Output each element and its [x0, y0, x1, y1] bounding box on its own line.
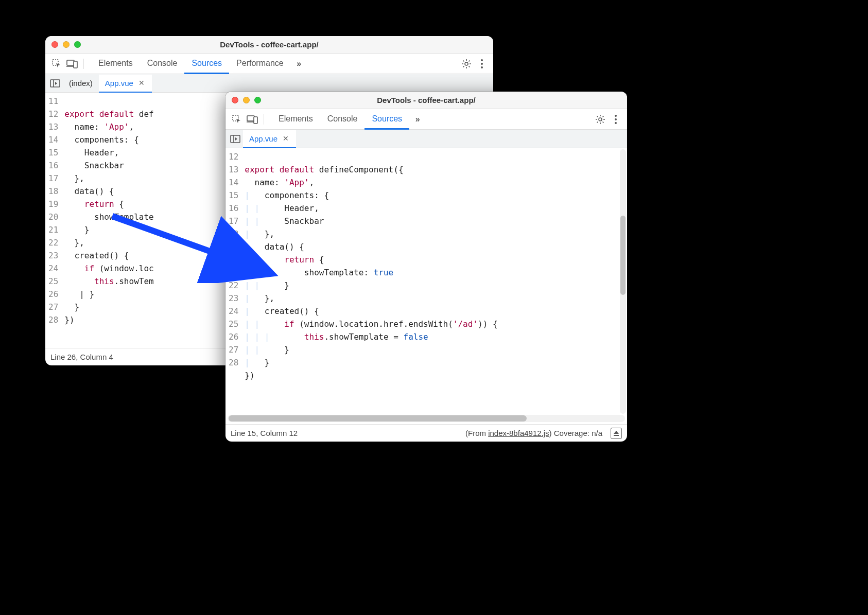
- tab-sources[interactable]: Sources: [364, 109, 409, 130]
- status-bar: Line 15, Column 12 (From index-8bfa4912.…: [225, 424, 627, 442]
- source-file-link[interactable]: index-8bfa4912.js: [488, 429, 549, 437]
- source-mapped-from: (From index-8bfa4912.js) Coverage: n/a: [465, 429, 602, 437]
- code-content: export default defineComponent({ name: '…: [244, 148, 627, 415]
- tab-elements[interactable]: Elements: [271, 109, 320, 130]
- minimize-window-icon[interactable]: [63, 41, 70, 48]
- divider: [264, 114, 264, 125]
- show-drawer-icon[interactable]: [611, 428, 622, 439]
- line-gutter: 1213141516171819202122232425262728: [225, 148, 244, 415]
- minimize-window-icon[interactable]: [243, 97, 250, 103]
- file-tab-label: (index): [69, 79, 93, 87]
- file-tab-bar: (index) App.vue ✕: [45, 74, 493, 93]
- divider: [83, 59, 84, 69]
- scrollbar-thumb[interactable]: [620, 216, 626, 295]
- file-tab-label: App.vue: [249, 134, 277, 143]
- file-tab-bar: App.vue ✕: [225, 130, 627, 148]
- window-controls: [232, 97, 261, 103]
- svg-point-13: [615, 118, 617, 120]
- file-tab-app-vue[interactable]: App.vue ✕: [243, 130, 296, 148]
- zoom-window-icon[interactable]: [254, 97, 261, 103]
- window-controls: [51, 41, 81, 48]
- file-tab-index[interactable]: (index): [63, 75, 99, 93]
- more-tabs-icon[interactable]: »: [410, 112, 425, 127]
- inspect-element-icon[interactable]: [49, 57, 64, 71]
- gear-icon[interactable]: [459, 57, 474, 71]
- file-tab-app-vue[interactable]: App.vue ✕: [99, 75, 152, 93]
- close-window-icon[interactable]: [51, 41, 58, 48]
- devtools-panel-tabs: Elements Console Sources »: [225, 109, 627, 130]
- file-tab-label: App.vue: [105, 79, 133, 87]
- zoom-window-icon[interactable]: [74, 41, 81, 48]
- close-icon[interactable]: ✕: [282, 134, 290, 143]
- kebab-menu-icon[interactable]: [475, 57, 489, 71]
- svg-rect-10: [254, 117, 257, 124]
- inspect-element-icon[interactable]: [230, 112, 244, 127]
- tab-elements[interactable]: Elements: [91, 54, 140, 74]
- scrollbar-thumb[interactable]: [229, 415, 527, 421]
- line-gutter: 111213141516171819202122232425262728: [45, 93, 63, 348]
- svg-rect-9: [247, 116, 254, 121]
- tab-console[interactable]: Console: [140, 54, 185, 74]
- more-tabs-icon[interactable]: »: [292, 57, 306, 71]
- svg-point-14: [615, 122, 617, 124]
- svg-point-4: [481, 59, 483, 61]
- cursor-position: Line 26, Column 4: [50, 353, 113, 361]
- svg-rect-16: [614, 435, 619, 436]
- code-editor[interactable]: 1213141516171819202122232425262728 expor…: [225, 148, 627, 415]
- kebab-menu-icon[interactable]: [609, 112, 623, 127]
- navigator-toggle-icon[interactable]: [228, 131, 243, 147]
- svg-rect-1: [67, 60, 74, 65]
- device-toggle-icon[interactable]: [245, 112, 259, 127]
- close-window-icon[interactable]: [232, 97, 238, 103]
- page-title: DevTools - coffee-cart.app/: [225, 96, 627, 104]
- titlebar: DevTools - coffee-cart.app/: [45, 36, 493, 54]
- svg-point-12: [615, 115, 617, 117]
- device-toggle-icon[interactable]: [65, 57, 79, 71]
- page-title: DevTools - coffee-cart.app/: [45, 40, 493, 49]
- navigator-toggle-icon[interactable]: [47, 76, 63, 91]
- close-icon[interactable]: ✕: [137, 79, 146, 87]
- horizontal-scrollbar[interactable]: [228, 415, 625, 422]
- svg-point-3: [465, 62, 468, 65]
- vertical-scrollbar[interactable]: [620, 149, 626, 414]
- cursor-position: Line 15, Column 12: [231, 429, 298, 437]
- gear-icon[interactable]: [593, 112, 607, 127]
- titlebar: DevTools - coffee-cart.app/: [225, 92, 627, 109]
- devtools-window-front: DevTools - coffee-cart.app/ Elements Con: [225, 92, 627, 442]
- tab-sources[interactable]: Sources: [184, 54, 229, 74]
- tab-console[interactable]: Console: [320, 109, 365, 130]
- tab-performance[interactable]: Performance: [229, 54, 291, 74]
- devtools-panel-tabs: Elements Console Sources Performance »: [45, 54, 493, 74]
- svg-point-5: [481, 63, 483, 65]
- svg-point-6: [481, 66, 483, 68]
- svg-rect-2: [74, 61, 77, 68]
- svg-point-11: [599, 118, 602, 121]
